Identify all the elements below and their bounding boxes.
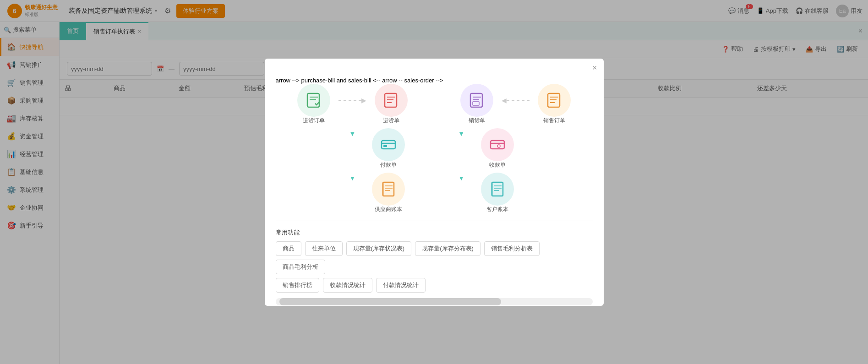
flow-diagram: arrow --> purchase-bill and sales-bill <… <box>276 70 593 221</box>
func-buttons-row1: 商品 往来单位 现存量(库存状况表) 现存量(库存分布表) 销售毛利分析表 商品… <box>276 241 593 274</box>
flow-node-customer-ledger[interactable] <box>481 173 514 206</box>
flow-cell-customer-ledger: 客户账本 <box>470 173 524 213</box>
flow-node-payment[interactable] <box>372 128 405 161</box>
flow-label-sales-order: 销售订单 <box>543 117 565 125</box>
svg-rect-18 <box>491 141 504 149</box>
down-arrow-receipt: ▼ <box>458 174 464 182</box>
down-arrow-sales: ▼ <box>458 130 464 137</box>
svg-rect-17 <box>383 145 387 147</box>
common-functions-title: 常用功能 <box>276 228 593 237</box>
flow-cell-purchase-bill: 进货单 <box>366 84 416 125</box>
flow-connector-2: ◀ <box>502 97 530 104</box>
modal-close-button[interactable]: × <box>592 63 597 73</box>
flow-node-sales-order[interactable] <box>538 84 571 117</box>
func-btn-partner[interactable]: 往来单位 <box>305 241 343 256</box>
flow-node-receipt[interactable] <box>481 128 514 161</box>
modal-scrollbar[interactable] <box>276 298 593 305</box>
flow-modal: × arrow --> purchase-bill and sales-bill… <box>265 59 604 306</box>
svg-rect-21 <box>383 182 394 196</box>
modal-overlay[interactable]: × arrow --> purchase-bill and sales-bill… <box>0 0 868 364</box>
flow-cell-supplier-ledger: 供应商账本 <box>361 173 415 213</box>
flow-cell-sales-bill: 销货单 <box>453 84 502 125</box>
flow-cell-purchase-order: 进货订单 <box>289 84 339 125</box>
flow-cell-receipt: 收款单 <box>470 128 524 169</box>
svg-rect-10 <box>473 102 479 105</box>
flow-label-customer-ledger: 客户账本 <box>486 206 508 213</box>
flow-cell-payment: 付款单 <box>361 128 415 169</box>
flow-node-sales-bill[interactable] <box>460 84 493 117</box>
down-arrow-purchase: ▼ <box>349 130 356 137</box>
down-arrow-payment: ▼ <box>349 174 356 182</box>
svg-rect-26 <box>492 182 503 196</box>
flow-cell-sales-order: 销售订单 <box>530 84 579 125</box>
flow-label-payment: 付款单 <box>380 161 397 169</box>
func-btn-stock-status[interactable]: 现存量(库存状况表) <box>346 241 412 256</box>
common-functions: 常用功能 商品 往来单位 现存量(库存状况表) 现存量(库存分布表) 销售毛利分… <box>276 221 593 293</box>
flow-label-sales-bill: 销货单 <box>469 117 485 125</box>
svg-rect-27 <box>491 183 493 195</box>
flow-label-purchase-bill: 进货单 <box>383 117 399 125</box>
svg-rect-15 <box>382 141 395 149</box>
modal-scrollbar-thumb <box>279 298 501 305</box>
func-btn-stock-dist[interactable]: 现存量(库存分布表) <box>415 241 480 256</box>
func-btn-sales-margin[interactable]: 销售毛利分析表 <box>484 241 540 256</box>
flow-label-purchase-order: 进货订单 <box>303 117 325 125</box>
flow-node-purchase-order[interactable] <box>297 84 330 117</box>
flow-label-receipt: 收款单 <box>489 161 506 169</box>
flow-connector-1: ▶ <box>338 97 366 104</box>
func-btn-receipt-stats[interactable]: 收款情况统计 <box>323 278 372 293</box>
flow-node-supplier-ledger[interactable] <box>372 173 405 206</box>
func-buttons-row2: 销售排行榜 收款情况统计 付款情况统计 <box>276 278 593 293</box>
svg-rect-22 <box>382 183 384 195</box>
flow-node-purchase-bill[interactable] <box>375 84 408 117</box>
func-btn-sales-rank[interactable]: 销售排行榜 <box>276 278 319 293</box>
func-btn-product-margin[interactable]: 商品毛利分析 <box>276 260 325 274</box>
func-btn-product[interactable]: 商品 <box>276 241 301 256</box>
flow-label-supplier-ledger: 供应商账本 <box>375 206 402 213</box>
svg-point-20 <box>497 145 500 147</box>
func-btn-payment-stats[interactable]: 付款情况统计 <box>376 278 426 293</box>
